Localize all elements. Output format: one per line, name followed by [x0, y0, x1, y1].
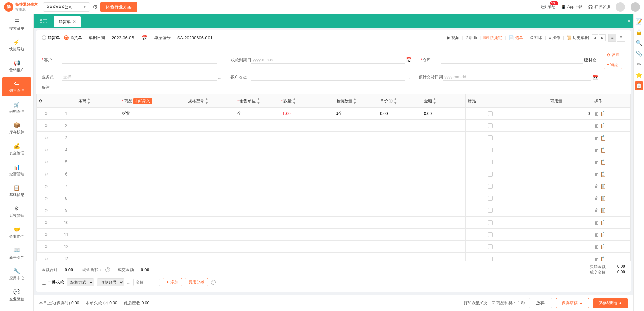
cell-amount[interactable] [422, 132, 466, 144]
delete-icon[interactable]: 🗑 [594, 184, 599, 189]
cell-qty[interactable] [279, 192, 334, 204]
cell-amount[interactable] [422, 192, 466, 204]
cell-price[interactable] [378, 168, 422, 180]
calendar-icon[interactable]: 📅 [141, 35, 148, 41]
cell-gift[interactable] [466, 253, 515, 261]
cell-qty[interactable] [279, 253, 334, 261]
rp-icon-7-orange[interactable]: 📋 [635, 81, 643, 90]
cell-spec[interactable] [186, 156, 235, 168]
delete-icon[interactable]: 🗑 [594, 208, 599, 213]
cell-gift[interactable] [466, 168, 515, 180]
cell-product[interactable] [120, 168, 186, 180]
delete-icon[interactable]: 🗑 [594, 135, 599, 141]
cell-qty[interactable] [279, 144, 334, 156]
warehouse-dots[interactable]: ... [598, 57, 601, 62]
cell-barcode[interactable] [76, 120, 120, 132]
cell-barcode[interactable] [76, 156, 120, 168]
cell-amount[interactable] [422, 156, 466, 168]
cell-gift[interactable] [466, 241, 515, 253]
rp-icon-3[interactable]: 🔍 [635, 38, 643, 47]
cell-unit[interactable] [235, 253, 279, 261]
cell-spec[interactable] [186, 168, 235, 180]
radio-return[interactable]: 退货单 [64, 35, 82, 41]
fee-info-icon[interactable]: ? [211, 280, 216, 285]
cell-price[interactable] [378, 144, 422, 156]
save-new-button[interactable]: 保存&新增 ▲ [593, 298, 628, 308]
cell-gift[interactable] [466, 108, 515, 120]
one-click-checkbox[interactable] [42, 280, 46, 285]
print-action[interactable]: 🖨 打印 [529, 35, 542, 41]
cell-pkg[interactable] [334, 217, 378, 229]
cell-gift[interactable] [466, 156, 515, 168]
delete-icon[interactable]: 🗑 [594, 232, 599, 237]
remark-input[interactable] [52, 84, 625, 91]
cell-product[interactable] [120, 253, 186, 261]
rp-icon-2[interactable]: 🔒 [635, 28, 643, 36]
calc-method-select[interactable]: 结算方式 [67, 278, 94, 286]
delivery-calendar-icon[interactable]: 📅 [593, 75, 598, 80]
cell-amount[interactable] [422, 180, 466, 192]
cell-amount[interactable] [422, 204, 466, 217]
customer-input[interactable] [62, 56, 217, 64]
sidebar-item-sales[interactable]: 🏷 销售管理 [2, 77, 31, 96]
price-info-icon[interactable]: ⓘ [389, 98, 393, 104]
cell-spec[interactable] [186, 204, 235, 217]
gear-icon[interactable]: ⚙ [93, 4, 98, 10]
sidebar-item-basic-info[interactable]: 📋 基础信息 [2, 181, 31, 201]
sidebar-item-guide[interactable]: 📖 新手引导 [2, 244, 31, 263]
cell-barcode[interactable] [76, 217, 120, 229]
save-draft-button[interactable]: 保存草稿 ▲ [556, 298, 589, 308]
salesperson-input[interactable] [62, 74, 217, 81]
tab-sales-order[interactable]: 销货单 ✕ [54, 16, 81, 27]
discard-button[interactable]: 放弃 [529, 298, 552, 308]
fee-split-button[interactable]: 费用分摊 [185, 278, 208, 286]
customer-addr-input[interactable] [251, 74, 405, 81]
cell-product[interactable] [120, 120, 186, 132]
rp-icon-5[interactable]: ✏ [635, 60, 643, 69]
cell-pkg[interactable] [334, 144, 378, 156]
close-all-icon[interactable]: ✕ [627, 19, 631, 24]
video-action[interactable]: ▶ 视频 [447, 35, 459, 41]
cell-product[interactable] [120, 192, 186, 204]
discount-info-icon[interactable]: ? [105, 267, 110, 272]
cell-qty[interactable] [279, 217, 334, 229]
cell-product[interactable] [120, 229, 186, 241]
account-dots[interactable]: ... [127, 280, 130, 285]
rp-icon-6[interactable]: ⭐ [635, 71, 643, 79]
sidebar-item-search[interactable]: ☰ 搜索菜单 [2, 15, 31, 34]
cell-amount[interactable] [422, 217, 466, 229]
cell-unit[interactable] [235, 229, 279, 241]
cell-barcode[interactable] [76, 132, 120, 144]
cell-qty[interactable] [279, 156, 334, 168]
delete-icon[interactable]: 🗑 [594, 159, 599, 165]
cell-qty[interactable] [279, 108, 334, 120]
cell-qty[interactable] [279, 204, 334, 217]
cell-product[interactable] [120, 132, 186, 144]
cell-pkg[interactable] [334, 156, 378, 168]
warehouse-input[interactable] [441, 56, 583, 64]
view-list-icon[interactable]: ≡ [608, 34, 616, 42]
online-service-button[interactable]: 🎧 在线客服 [588, 4, 610, 10]
debt-info-icon[interactable]: ? [103, 301, 108, 305]
cell-qty[interactable] [279, 168, 334, 180]
cell-qty[interactable] [279, 229, 334, 241]
delivery-date-input[interactable] [443, 74, 591, 81]
cell-pkg[interactable] [334, 120, 378, 132]
delete-icon[interactable]: 🗑 [594, 123, 599, 128]
cell-spec[interactable] [186, 132, 235, 144]
cell-product[interactable] [120, 180, 186, 192]
cell-price[interactable] [378, 120, 422, 132]
cell-amount[interactable] [422, 253, 466, 261]
th-settings[interactable]: ⚙ [37, 94, 56, 108]
cell-unit[interactable] [235, 192, 279, 204]
cell-unit[interactable] [235, 168, 279, 180]
account-select[interactable]: 收款账号 [97, 278, 124, 286]
due-date-calendar-icon[interactable]: 📅 [406, 57, 412, 63]
scan-button[interactable]: 扫码录入 [133, 98, 152, 104]
cell-spec[interactable] [186, 217, 235, 229]
table-container[interactable]: ⚙ 条码 ▲▼ * 商品 [36, 94, 631, 261]
delete-icon[interactable]: 🗑 [594, 256, 599, 261]
sidebar-item-vip[interactable]: V 畅会员 [2, 306, 31, 311]
cell-pkg[interactable] [334, 253, 378, 261]
sidebar-item-marketing[interactable]: 📢 营销推广 [2, 56, 31, 76]
